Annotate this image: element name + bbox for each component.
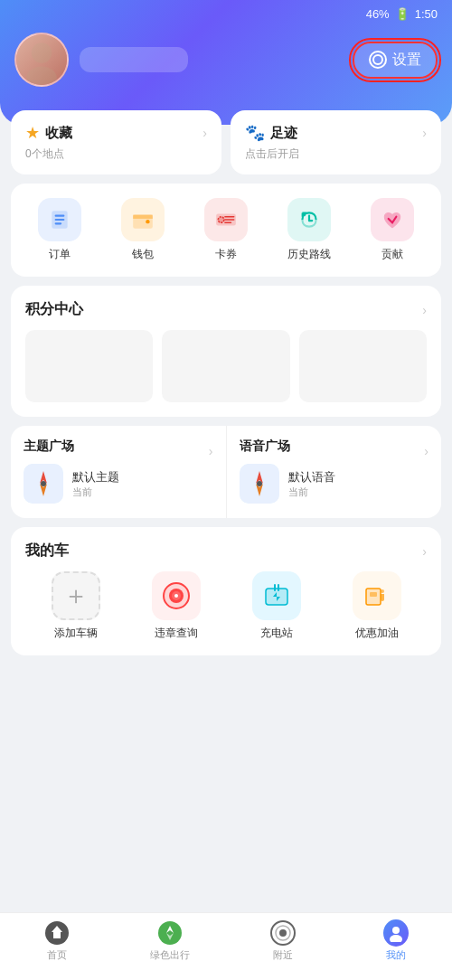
voice-info: 默认语音 当前 (288, 469, 335, 499)
bottom-padding (11, 664, 441, 737)
status-bar: 46% 🔋 1:50 (0, 0, 452, 24)
home-icon (44, 920, 70, 946)
svg-point-45 (392, 927, 400, 934)
footprints-subtitle: 点击后开启 (245, 146, 427, 162)
orders-label: 订单 (49, 247, 71, 262)
fuel-label: 优惠加油 (355, 626, 399, 641)
add-car-label: 添加车辆 (54, 626, 98, 641)
orders-icon (38, 198, 81, 241)
nav-green-travel-label: 绿色出行 (150, 948, 190, 962)
wallet-label: 钱包 (132, 247, 154, 262)
theme-chevron: › (209, 444, 213, 458)
features-grid: 订单 钱包 (18, 198, 434, 262)
points-card[interactable]: 积分中心 › (11, 286, 441, 417)
green-travel-icon (157, 920, 183, 946)
theme-section[interactable]: 主题广场 › 默认主题 当前 (11, 426, 227, 518)
settings-button[interactable]: 设置 (353, 42, 438, 79)
svg-point-9 (146, 220, 149, 223)
footprints-chevron: › (422, 126, 427, 140)
points-title: 积分中心 (25, 300, 83, 319)
svg-point-43 (279, 929, 287, 937)
violation-label: 违章查询 (155, 626, 198, 641)
theme-title: 主题广场 (24, 438, 74, 455)
feature-history[interactable]: 历史路线 (287, 198, 331, 262)
nav-profile-label: 我的 (386, 948, 406, 962)
contribute-label: 贡献 (381, 247, 403, 262)
user-info (14, 33, 188, 87)
svg-point-36 (381, 589, 384, 593)
svg-rect-31 (266, 589, 287, 605)
fuel-icon (353, 571, 401, 620)
voice-current: 当前 (288, 485, 335, 499)
violation-icon (152, 571, 201, 620)
points-image-2 (162, 330, 289, 402)
nav-profile[interactable]: 我的 (369, 920, 423, 962)
profile-icon (383, 920, 409, 946)
my-car-chevron: › (422, 544, 427, 559)
svg-point-0 (32, 42, 52, 62)
main-content: ★ 收藏 › 0个地点 🐾 足迹 › 点击后开启 (0, 110, 452, 737)
battery-text: 46% (366, 7, 390, 21)
car-charge[interactable]: 充电站 (252, 571, 301, 641)
feature-coupon[interactable]: 卡券 (204, 198, 248, 262)
battery-icon: 🔋 (395, 7, 410, 21)
settings-icon (369, 51, 387, 69)
svg-point-30 (174, 594, 178, 598)
feature-wallet[interactable]: 钱包 (121, 198, 165, 262)
voice-map-icon (240, 464, 279, 504)
theme-info: 默认主题 当前 (72, 469, 119, 499)
car-fuel[interactable]: 优惠加油 (353, 571, 401, 641)
nav-green-travel[interactable]: 绿色出行 (143, 920, 197, 962)
footprints-title: 足迹 (270, 125, 297, 142)
theme-voice-card: 主题广场 › 默认主题 当前 (11, 426, 441, 518)
status-icons: 46% 🔋 1:50 (366, 7, 438, 21)
svg-rect-6 (55, 222, 62, 224)
feature-contribute[interactable]: 贡献 (371, 198, 414, 262)
user-name-placeholder (80, 47, 188, 72)
car-violation[interactable]: 违章查询 (152, 571, 201, 641)
svg-rect-2 (16, 34, 67, 85)
theme-item: 默认主题 当前 (24, 464, 213, 504)
svg-rect-35 (370, 592, 377, 597)
nav-home[interactable]: 首页 (30, 920, 84, 962)
svg-point-25 (257, 481, 262, 486)
collections-card[interactable]: ★ 收藏 › 0个地点 (11, 110, 221, 174)
svg-point-39 (158, 921, 182, 945)
coupon-icon (204, 198, 248, 241)
svg-rect-8 (133, 215, 153, 219)
nearby-icon (270, 920, 296, 946)
nav-nearby[interactable]: 附近 (256, 920, 310, 962)
svg-point-46 (390, 935, 402, 942)
history-icon (287, 198, 331, 241)
voice-section[interactable]: 语音广场 › 默认语音 当前 (227, 426, 442, 518)
voice-item: 默认语音 当前 (240, 464, 429, 504)
star-icon: ★ (25, 123, 40, 143)
settings-label: 设置 (392, 51, 421, 70)
voice-name: 默认语音 (288, 469, 335, 485)
feature-orders[interactable]: 订单 (38, 198, 81, 262)
points-image-3 (299, 330, 427, 402)
theme-name: 默认主题 (72, 469, 119, 485)
nav-home-label: 首页 (47, 948, 67, 962)
my-car-title: 我的车 (25, 542, 69, 561)
avatar[interactable] (14, 33, 69, 87)
svg-point-21 (41, 481, 46, 486)
profile-avatar (383, 919, 409, 947)
points-images (25, 330, 427, 402)
nav-nearby-label: 附近 (273, 948, 293, 962)
charge-label: 充电站 (260, 626, 293, 641)
points-chevron: › (422, 303, 427, 317)
cards-row: ★ 收藏 › 0个地点 🐾 足迹 › 点击后开启 (11, 110, 441, 174)
theme-map-icon (24, 464, 63, 504)
car-add[interactable]: ＋ 添加车辆 (52, 571, 100, 641)
add-car-icon: ＋ (52, 571, 100, 620)
avatar-image (16, 33, 67, 87)
svg-rect-5 (55, 219, 65, 221)
collections-subtitle: 0个地点 (25, 146, 207, 162)
theme-current: 当前 (72, 485, 119, 499)
footprints-card[interactable]: 🐾 足迹 › 点击后开启 (231, 110, 441, 174)
voice-title: 语音广场 (240, 438, 290, 455)
bottom-nav: 首页 绿色出行 附近 (0, 912, 452, 980)
coupon-label: 卡券 (215, 247, 237, 262)
voice-chevron: › (424, 444, 428, 458)
